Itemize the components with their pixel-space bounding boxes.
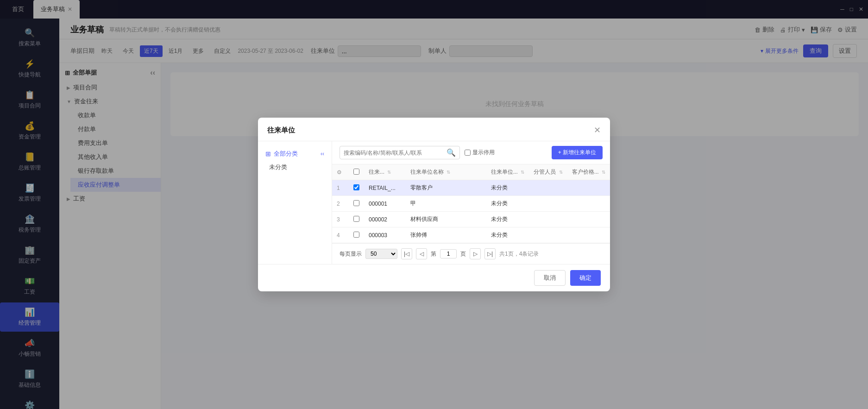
dialog-right-panel: 🔍 显示停用 + 新增往来单位 ⚙ bbox=[332, 141, 610, 264]
row-checkbox[interactable] bbox=[353, 232, 359, 238]
col-header-name: 往来单位名称 ⇅ bbox=[406, 164, 486, 180]
col-header-num: ⚙ bbox=[332, 164, 349, 180]
search-input[interactable] bbox=[344, 150, 444, 156]
sort-icon-category: ⇅ bbox=[521, 170, 524, 175]
cell-check[interactable] bbox=[349, 180, 364, 196]
sort-icon-code: ⇅ bbox=[387, 170, 391, 175]
per-page-label: 每页显示 bbox=[340, 250, 362, 258]
dialog-header: 往来单位 ✕ bbox=[258, 118, 610, 141]
sort-icon-price: ⇅ bbox=[602, 170, 605, 175]
table-row[interactable]: 1 RETAIL_... 零散客户 未分类 bbox=[332, 180, 610, 196]
cell-price bbox=[567, 196, 610, 212]
select-all-checkbox[interactable] bbox=[353, 169, 359, 175]
dialog-overlay: 往来单位 ✕ ⊞ 全部分类 ‹‹ 未分类 bbox=[0, 0, 868, 409]
cell-category: 未分类 bbox=[486, 180, 529, 196]
cell-num: 2 bbox=[332, 196, 349, 212]
cell-person bbox=[529, 212, 567, 227]
next-page-button[interactable]: ▷ bbox=[470, 248, 481, 259]
confirm-button[interactable]: 确定 bbox=[570, 270, 601, 286]
col-header-code: 往来... ⇅ bbox=[364, 164, 406, 180]
cell-price bbox=[567, 180, 610, 196]
total-text: 共1页，4条记录 bbox=[499, 250, 539, 258]
dialog-title: 往来单位 bbox=[267, 126, 295, 135]
prev-page-button[interactable]: ◁ bbox=[416, 248, 427, 259]
dialog-footer: 取消 确定 bbox=[258, 264, 610, 291]
table-row[interactable]: 4 000003 张帅傅 未分类 bbox=[332, 227, 610, 243]
settings-icon-small[interactable]: ⚙ bbox=[337, 169, 342, 176]
dialog-close-button[interactable]: ✕ bbox=[594, 125, 601, 135]
page-word: 第 bbox=[431, 250, 436, 258]
col-header-check bbox=[349, 164, 364, 180]
row-checkbox[interactable] bbox=[353, 184, 359, 190]
dialog-category-panel: ⊞ 全部分类 ‹‹ 未分类 bbox=[258, 141, 332, 264]
first-page-button[interactable]: |◁ bbox=[401, 248, 412, 259]
cancel-button[interactable]: 取消 bbox=[534, 270, 566, 286]
table-row[interactable]: 2 000001 甲 未分类 bbox=[332, 196, 610, 212]
partner-dialog: 往来单位 ✕ ⊞ 全部分类 ‹‹ 未分类 bbox=[258, 118, 610, 291]
col-header-person: 分管人员 ⇅ bbox=[529, 164, 567, 180]
cell-person bbox=[529, 227, 567, 243]
cell-name: 材料供应商 bbox=[406, 212, 486, 227]
dialog-table: ⚙ 往来... ⇅ 往来单位名称 bbox=[332, 164, 610, 243]
search-icon: 🔍 bbox=[447, 148, 456, 157]
dialog-pagination: 每页显示 50 100 |◁ ◁ 第 页 ▷ ▷| 共1页，4条记录 bbox=[332, 243, 610, 264]
dialog-all-category[interactable]: ⊞ 全部分类 ‹‹ bbox=[258, 147, 332, 161]
cell-code: 000003 bbox=[364, 227, 406, 243]
show-disabled-checkbox[interactable] bbox=[465, 150, 471, 156]
cell-person bbox=[529, 196, 567, 212]
sort-icon-name: ⇅ bbox=[447, 170, 450, 175]
dialog-toolbar: 🔍 显示停用 + 新增往来单位 bbox=[332, 141, 610, 164]
row-checkbox[interactable] bbox=[353, 200, 359, 206]
row-checkbox[interactable] bbox=[353, 216, 359, 222]
per-page-select[interactable]: 50 100 bbox=[365, 249, 397, 259]
cell-person bbox=[529, 180, 567, 196]
cell-code: 000002 bbox=[364, 212, 406, 227]
table-row[interactable]: 3 000002 材料供应商 未分类 bbox=[332, 212, 610, 227]
cell-category: 未分类 bbox=[486, 212, 529, 227]
table-header-row: ⚙ 往来... ⇅ 往来单位名称 bbox=[332, 164, 610, 180]
cell-price bbox=[567, 212, 610, 227]
dialog-subcategory-unclassified[interactable]: 未分类 bbox=[258, 161, 332, 174]
cell-num: 4 bbox=[332, 227, 349, 243]
page-unit: 页 bbox=[460, 250, 466, 258]
dialog-body: ⊞ 全部分类 ‹‹ 未分类 🔍 显示 bbox=[258, 141, 610, 264]
grid-icon: ⊞ bbox=[265, 150, 271, 157]
last-page-button[interactable]: ▷| bbox=[484, 248, 496, 259]
cell-check[interactable] bbox=[349, 212, 364, 227]
cell-category: 未分类 bbox=[486, 196, 529, 212]
cell-code: 000001 bbox=[364, 196, 406, 212]
page-number-input[interactable] bbox=[440, 249, 457, 258]
add-partner-button[interactable]: + 新增往来单位 bbox=[552, 146, 603, 159]
cell-name: 张帅傅 bbox=[406, 227, 486, 243]
cell-price bbox=[567, 227, 610, 243]
cell-code: RETAIL_... bbox=[364, 180, 406, 196]
cell-name: 零散客户 bbox=[406, 180, 486, 196]
collapse-left-icon[interactable]: ‹‹ bbox=[321, 151, 324, 157]
cell-check[interactable] bbox=[349, 227, 364, 243]
sort-icon-person: ⇅ bbox=[559, 170, 563, 175]
cell-category: 未分类 bbox=[486, 227, 529, 243]
col-header-category: 往来单位... ⇅ bbox=[486, 164, 529, 180]
show-disabled-label[interactable]: 显示停用 bbox=[465, 149, 495, 157]
cell-check[interactable] bbox=[349, 196, 364, 212]
cell-num: 3 bbox=[332, 212, 349, 227]
col-header-price: 客户价格... ⇅ bbox=[567, 164, 610, 180]
cell-name: 甲 bbox=[406, 196, 486, 212]
search-box: 🔍 bbox=[340, 146, 460, 159]
cell-num: 1 bbox=[332, 180, 349, 196]
